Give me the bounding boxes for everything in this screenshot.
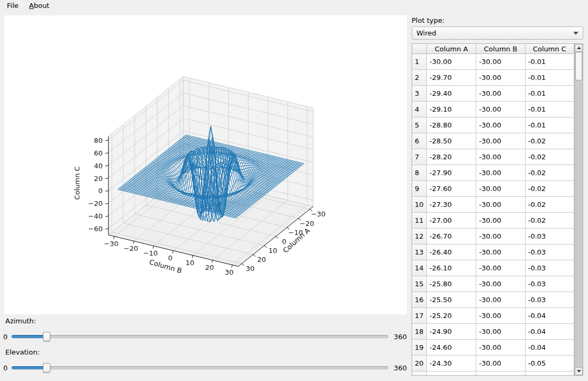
row-number-cell[interactable]: 13	[412, 244, 427, 260]
table-row[interactable]: 8-27.90-30.00-0.02	[412, 165, 574, 181]
row-number-cell[interactable]: 10	[412, 197, 427, 213]
table-cell[interactable]: -30.00	[476, 165, 525, 181]
table-row[interactable]: 7-28.20-30.00-0.02	[412, 149, 574, 165]
table-cell[interactable]: -28.20	[427, 149, 476, 165]
table-cell[interactable]: -30.00	[476, 292, 525, 308]
table-cell[interactable]: -24.30	[427, 356, 476, 371]
table-row[interactable]: 20-24.30-30.00-0.05	[412, 356, 574, 371]
table-cell[interactable]: -30.00	[476, 308, 525, 324]
table-cell[interactable]: -27.60	[427, 181, 476, 197]
row-number-cell[interactable]: 12	[412, 229, 427, 244]
table-cell[interactable]: -30.00	[476, 70, 525, 86]
table-cell[interactable]: -30.00	[476, 260, 525, 276]
table-row[interactable]: 3-29.40-30.00-0.01	[412, 86, 574, 102]
table-cell[interactable]: -29.10	[427, 102, 476, 117]
table-cell[interactable]: -0.03	[525, 244, 574, 260]
slider-groove[interactable]	[12, 366, 388, 369]
table-cell[interactable]: -30.00	[476, 324, 525, 340]
table-cell[interactable]: -30.00	[476, 54, 525, 70]
table-cell[interactable]: -25.80	[427, 276, 476, 292]
table-row[interactable]: 12-26.70-30.00-0.03	[412, 229, 574, 244]
row-number-cell[interactable]: 11	[412, 213, 427, 229]
table-cell[interactable]: -27.90	[427, 165, 476, 181]
table-cell[interactable]: -30.00	[476, 117, 525, 133]
table-cell[interactable]: -0.05	[525, 356, 574, 371]
table-cell[interactable]: -30.00	[476, 149, 525, 165]
table-cell[interactable]: -0.03	[525, 260, 574, 276]
scrollbar-trough[interactable]	[575, 80, 583, 367]
scroll-down-button[interactable]	[575, 367, 583, 375]
table-cell[interactable]: -26.40	[427, 244, 476, 260]
table-cell[interactable]: -30.00	[476, 181, 525, 197]
table-row[interactable]: 18-24.90-30.00-0.04	[412, 324, 574, 340]
azimuth-slider-handle[interactable]	[43, 332, 50, 341]
table-cell[interactable]: -0.01	[525, 117, 574, 133]
table-row[interactable]: 15-25.80-30.00-0.03	[412, 276, 574, 292]
table-cell[interactable]: -0.03	[525, 292, 574, 308]
table-cell[interactable]: -28.80	[427, 117, 476, 133]
table-cell[interactable]: -30.00	[476, 276, 525, 292]
row-number-cell[interactable]: 1	[412, 54, 427, 70]
slider-groove[interactable]	[12, 335, 388, 338]
row-number-cell[interactable]: 7	[412, 149, 427, 165]
table-cell[interactable]: -0.01	[525, 102, 574, 117]
table-cell[interactable]: -28.50	[427, 133, 476, 149]
table-row[interactable]: 14-26.10-30.00-0.03	[412, 260, 574, 276]
table-cell[interactable]: -0.02	[525, 149, 574, 165]
elevation-slider[interactable]	[12, 362, 388, 373]
row-number-cell[interactable]: 8	[412, 165, 427, 181]
table-row[interactable]: 6-28.50-30.00-0.02	[412, 133, 574, 149]
row-number-cell[interactable]: 3	[412, 86, 427, 102]
table-header-column-b[interactable]: Column B	[476, 44, 525, 54]
table-row[interactable]: 19-24.60-30.00-0.04	[412, 340, 574, 356]
table-row[interactable]	[412, 371, 574, 375]
row-number-cell[interactable]: 19	[412, 340, 427, 356]
plot-type-combobox[interactable]: Wired	[412, 26, 583, 40]
table-cell[interactable]	[525, 371, 574, 375]
table-header-column-a[interactable]: Column A	[427, 44, 476, 54]
row-number-cell[interactable]: 20	[412, 356, 427, 371]
table-cell[interactable]: -24.60	[427, 340, 476, 356]
table-cell[interactable]: -25.50	[427, 292, 476, 308]
row-number-cell[interactable]: 16	[412, 292, 427, 308]
table-cell[interactable]: -30.00	[476, 244, 525, 260]
table-cell[interactable]: -0.02	[525, 165, 574, 181]
table-cell[interactable]: -0.01	[525, 54, 574, 70]
table-scrollbar[interactable]	[574, 44, 583, 375]
table-row[interactable]: 9-27.60-30.00-0.02	[412, 181, 574, 197]
table-cell[interactable]: -30.00	[476, 356, 525, 371]
table-cell[interactable]: -30.00	[476, 102, 525, 117]
elevation-slider-handle[interactable]	[43, 363, 50, 373]
row-number-cell[interactable]: 18	[412, 324, 427, 340]
table-cell[interactable]: -30.00	[476, 197, 525, 213]
table-row[interactable]: 17-25.20-30.00-0.04	[412, 308, 574, 324]
table-cell[interactable]: -30.00	[476, 340, 525, 356]
menu-file[interactable]: File	[4, 1, 21, 10]
table-cell[interactable]: -0.02	[525, 133, 574, 149]
table-cell[interactable]: -0.02	[525, 181, 574, 197]
row-number-cell[interactable]: 15	[412, 276, 427, 292]
azimuth-slider[interactable]	[12, 331, 388, 342]
row-number-cell[interactable]: 17	[412, 308, 427, 324]
table-cell[interactable]: -0.01	[525, 70, 574, 86]
table-cell[interactable]: -0.01	[525, 86, 574, 102]
row-number-cell[interactable]: 5	[412, 117, 427, 133]
row-number-cell[interactable]: 6	[412, 133, 427, 149]
table-row[interactable]: 11-27.00-30.00-0.02	[412, 213, 574, 229]
table-cell[interactable]: -24.90	[427, 324, 476, 340]
table-header-column-c[interactable]: Column C	[525, 44, 574, 54]
table-cell[interactable]: -26.70	[427, 229, 476, 244]
table-cell[interactable]: -0.04	[525, 308, 574, 324]
plot-3d[interactable]: −30−20−1001020303020100−10−20−3080604020…	[4, 15, 407, 314]
table-cell[interactable]: -30.00	[476, 133, 525, 149]
table-cell[interactable]	[427, 371, 476, 375]
row-number-cell[interactable]	[412, 371, 427, 375]
table-cell[interactable]: -25.20	[427, 308, 476, 324]
table-row[interactable]: 4-29.10-30.00-0.01	[412, 102, 574, 117]
scroll-up-button[interactable]	[575, 44, 583, 52]
menu-about[interactable]: About	[26, 1, 52, 10]
table-cell[interactable]: -0.04	[525, 324, 574, 340]
table-cell[interactable]: -30.00	[476, 213, 525, 229]
table-cell[interactable]: -29.40	[427, 86, 476, 102]
table-cell[interactable]: -0.03	[525, 229, 574, 244]
